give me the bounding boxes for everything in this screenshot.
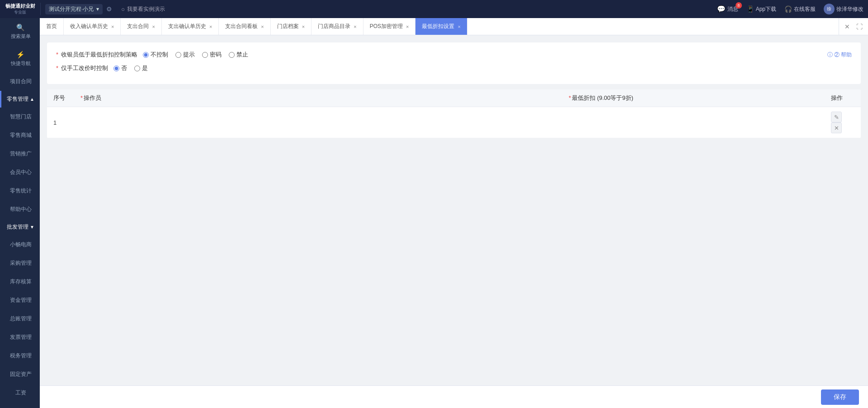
required-mark-2: * xyxy=(56,65,58,71)
message-icon: 💬 xyxy=(717,5,726,13)
edit-btn[interactable]: ✎ xyxy=(831,112,842,122)
sidebar-item-fund-mgmt[interactable]: 资金管理 xyxy=(0,291,40,310)
cell-operator xyxy=(74,107,562,138)
cell-seq: 1 xyxy=(47,107,74,138)
radio-yes[interactable]: 是 xyxy=(134,64,148,72)
sidebar-item-retail-mgmt[interactable]: 零售管理 ▲ xyxy=(0,91,40,108)
tab-store-file-label: 门店档案 xyxy=(277,23,299,30)
sidebar-item-inventory[interactable]: 库存核算 xyxy=(0,272,40,291)
tab-store-file[interactable]: 门店档案 × xyxy=(271,18,311,35)
edition-label: 专业版 xyxy=(14,9,26,15)
save-button[interactable]: 保存 xyxy=(821,389,859,405)
sidebar-item-search[interactable]: 🔍 搜索菜单 xyxy=(0,18,40,45)
demo-link[interactable]: ○ 我要看实例演示 xyxy=(121,5,165,13)
sidebar-item-purchase-mgmt[interactable]: 采购管理 xyxy=(0,254,40,272)
sidebar-item-marketing[interactable]: 营销推广 xyxy=(0,145,40,163)
main-layout: 🔍 搜索菜单 ⚡ 快捷导航 项目合同 零售管理 ▲ 智慧门店 零售商城 营销推广… xyxy=(0,18,868,408)
sidebar-item-quick-nav[interactable]: ⚡ 快捷导航 xyxy=(0,45,40,72)
app-download-btn[interactable]: 📱 App下载 xyxy=(746,5,776,13)
table-card: 序号 *操作员 *最低折扣 (9.00等于9折) 操作 1 xyxy=(47,89,861,138)
radio-forbid[interactable]: 禁止 xyxy=(229,51,248,59)
table-header-row: 序号 *操作员 *最低折扣 (9.00等于9折) 操作 xyxy=(47,89,861,107)
sidebar-item-wholesale-mgmt[interactable]: 批发管理 ▼ xyxy=(0,219,40,235)
tab-min-discount-close[interactable]: × xyxy=(458,24,460,29)
sidebar-gear-btn[interactable]: ⚙ xyxy=(0,402,40,408)
field2-radio-group: 否 是 xyxy=(113,64,148,72)
sidebar-item-invoice-mgmt[interactable]: 发票管理 xyxy=(0,328,40,347)
field1-radio-group: 不控制 提示 密码 禁止 xyxy=(143,51,248,59)
col-header-operator: *操作员 xyxy=(74,89,562,107)
sidebar-item-smart-store[interactable]: 智慧门店 xyxy=(0,108,40,126)
cell-discount xyxy=(562,107,825,138)
sidebar-item-project-contract[interactable]: 项目合同 xyxy=(0,72,40,91)
avatar: 徐 xyxy=(824,4,835,14)
tab-store-catalog-close[interactable]: × xyxy=(354,24,356,29)
form-card: * 收银员低于最低折扣控制策略 不控制 提示 xyxy=(47,42,861,84)
tab-expense-history-label: 支出确认单历史 xyxy=(168,23,206,30)
chevron-down-icon: ▾ xyxy=(96,6,99,12)
tab-income-history-label: 收入确认单历史 xyxy=(70,23,108,30)
help-icon: ⓘ xyxy=(827,51,833,59)
tab-expense-board-close[interactable]: × xyxy=(261,24,264,29)
logo: 畅捷通好业财 专业版 xyxy=(5,3,41,15)
tab-min-discount-label: 最低折扣设置 xyxy=(422,23,454,30)
topbar: 畅捷通好业财 专业版 测试分开完程·小兄 ▾ ⚙ ○ 我要看实例演示 💬 消息 … xyxy=(0,0,868,18)
cell-action: ✎ ✕ xyxy=(825,107,861,138)
col-header-seq: 序号 xyxy=(47,89,74,107)
content-area: 首页 收入确认单历史 × 支出合同 × 支出确认单历史 × 支出合同看板 × 门… xyxy=(40,18,868,408)
required-mark-1: * xyxy=(56,51,58,58)
tab-income-history-close[interactable]: × xyxy=(111,24,114,29)
tab-bar: 首页 收入确认单历史 × 支出合同 × 支出确认单历史 × 支出合同看板 × 门… xyxy=(40,18,868,35)
phone-icon: 📱 xyxy=(746,5,754,13)
user-profile-btn[interactable]: 徐 徐泽华修改 xyxy=(824,4,863,14)
tab-expense-board[interactable]: 支出合同看板 × xyxy=(219,18,270,35)
sidebar-item-ecommerce[interactable]: 小畅电商 xyxy=(0,235,40,254)
settings-icon[interactable]: ⚙ xyxy=(106,5,112,13)
sidebar-item-salary[interactable]: 工资 xyxy=(0,384,40,402)
radio-no[interactable]: 否 xyxy=(113,64,127,72)
radio-password[interactable]: 密码 xyxy=(202,51,222,59)
brand-name: 畅捷通好业财 xyxy=(5,3,35,9)
radio-remind[interactable]: 提示 xyxy=(175,51,195,59)
chevron-down-icon: ▼ xyxy=(30,225,34,230)
tab-expense-board-label: 支出合同看板 xyxy=(225,23,258,30)
tab-income-history[interactable]: 收入确认单历史 × xyxy=(64,18,121,35)
sidebar-item-ledger-mgmt[interactable]: 总账管理 xyxy=(0,310,40,328)
tab-expense-history[interactable]: 支出确认单历史 × xyxy=(162,18,219,35)
sidebar-item-fixed-assets[interactable]: 固定资产 xyxy=(0,365,40,384)
tab-expense-history-close[interactable]: × xyxy=(209,24,212,29)
delete-btn[interactable]: ✕ xyxy=(831,122,842,133)
tab-min-discount[interactable]: 最低折扣设置 × xyxy=(415,18,467,35)
tab-expand-btn[interactable]: ⛶ xyxy=(854,22,864,31)
tab-home[interactable]: 首页 xyxy=(40,18,64,35)
sidebar-item-member-center[interactable]: 会员中心 xyxy=(0,163,40,182)
tab-close-btn[interactable]: ✕ xyxy=(843,22,852,31)
tab-expense-contract-close[interactable]: × xyxy=(152,24,155,29)
sidebar-item-tax-mgmt[interactable]: 税务管理 xyxy=(0,347,40,365)
circle-icon: ○ xyxy=(121,6,125,13)
tab-store-catalog[interactable]: 门店商品目录 × xyxy=(311,18,363,35)
form-row-1: * 收银员低于最低折扣控制策略 不控制 提示 xyxy=(56,51,852,59)
field1-label: * 收银员低于最低折扣控制策略 xyxy=(56,51,137,59)
page-body: * 收银员低于最低折扣控制策略 不控制 提示 xyxy=(40,35,868,385)
sidebar-item-retail-stats[interactable]: 零售统计 xyxy=(0,182,40,200)
sidebar-item-retail-mall[interactable]: 零售商城 xyxy=(0,126,40,145)
tab-home-label: 首页 xyxy=(46,23,57,30)
online-service-btn[interactable]: 🎧 在线客服 xyxy=(784,5,816,13)
project-name: 测试分开完程·小兄 xyxy=(49,5,94,13)
tab-pos-encrypt[interactable]: POS加密管理 × xyxy=(363,18,416,35)
headset-icon: 🎧 xyxy=(784,5,792,13)
help-link[interactable]: ⓘ ② 帮助 xyxy=(827,51,852,59)
sidebar-item-help-center[interactable]: 帮助中心 xyxy=(0,200,40,219)
radio-no-control[interactable]: 不控制 xyxy=(143,51,168,59)
tab-expense-contract[interactable]: 支出合同 × xyxy=(121,18,161,35)
message-badge: 8 xyxy=(736,2,742,9)
project-selector[interactable]: 测试分开完程·小兄 ▾ xyxy=(45,4,103,14)
quick-nav-icon: ⚡ xyxy=(16,51,25,59)
tab-expense-contract-label: 支出合同 xyxy=(127,23,149,30)
tab-controls: ✕ ⛶ xyxy=(839,18,868,35)
tab-store-file-close[interactable]: × xyxy=(302,24,305,29)
messages-btn[interactable]: 💬 消息 8 xyxy=(717,5,738,13)
sidebar: 🔍 搜索菜单 ⚡ 快捷导航 项目合同 零售管理 ▲ 智慧门店 零售商城 营销推广… xyxy=(0,18,40,408)
tab-pos-encrypt-close[interactable]: × xyxy=(406,24,409,29)
